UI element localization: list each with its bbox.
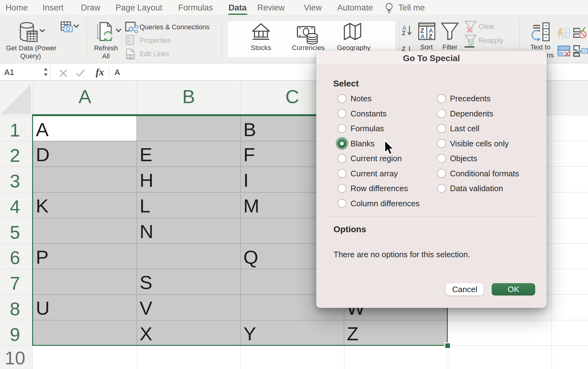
svg-text:Z: Z [429,33,432,40]
svg-text:A: A [420,33,425,40]
svg-text:Z: Z [402,30,405,36]
